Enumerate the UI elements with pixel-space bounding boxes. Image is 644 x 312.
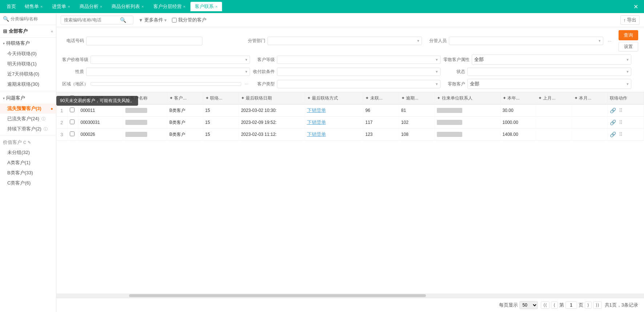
- sidebar-item-lost[interactable]: 已流失客户(24) ⓘ: [0, 114, 56, 124]
- region-more-icon[interactable]: ···: [243, 81, 250, 86]
- row2-select[interactable]: [70, 119, 75, 124]
- sidebar-item-overdue[interactable]: 逾期未联络(30): [0, 79, 56, 89]
- nature-label: 性质: [62, 69, 84, 75]
- main-search-icon[interactable]: 🔍: [120, 17, 126, 23]
- person-select[interactable]: ▾: [449, 37, 603, 45]
- warning-icon: ●: [51, 106, 53, 111]
- sidebar-search-input[interactable]: [11, 16, 56, 21]
- customer-type-select[interactable]: ▾: [277, 80, 441, 88]
- main-search-input[interactable]: [64, 17, 118, 23]
- close-customer-tier-tab-icon[interactable]: ×: [183, 4, 185, 9]
- advanced-filter-panel: 电话号码 分管部门 ▾ 分管人员 ▾ ···: [56, 27, 644, 92]
- page-input[interactable]: [565, 301, 577, 309]
- my-customer-checkbox[interactable]: [172, 18, 177, 23]
- data-table-area: ⚙ ✦ 客户编码 ✦ 客户名称 ✦ 客户... ✦ 联络... ✦ 最后联络日期…: [56, 92, 644, 293]
- nature-select[interactable]: ▾: [86, 68, 250, 76]
- sidebar-item-ungroup[interactable]: 未分组(32): [0, 147, 56, 158]
- payment-chevron-icon: ▾: [436, 69, 438, 74]
- row3-last-month: [536, 129, 572, 141]
- row3-link-icon[interactable]: 🔗: [610, 131, 616, 137]
- row2-actions: 🔗 ⠿: [608, 117, 644, 129]
- price-level-select[interactable]: ▾: [90, 56, 250, 64]
- nav-tab-customer-contact[interactable]: 客户联系 ×: [190, 2, 222, 11]
- filter-bar: 🔍 ▼ 更多条件 ▾ 我分管的客户 ↑ 导出: [56, 13, 644, 27]
- window-close-button[interactable]: ✕: [631, 3, 641, 10]
- sidebar-item-a-customer[interactable]: A类客户(1): [0, 158, 56, 168]
- content-area: 🔍 ▼ 更多条件 ▾ 我分管的客户 ↑ 导出 电话号码: [56, 13, 644, 312]
- row2-last-date: 2023-02-09 19:52:: [239, 117, 305, 129]
- row1-checkbox[interactable]: [67, 105, 78, 117]
- row3-select[interactable]: [70, 131, 75, 136]
- per-page-select[interactable]: 50 100 200: [519, 301, 538, 309]
- nav-tab-sales[interactable]: 销售单 ×: [20, 2, 47, 11]
- person-label: 分管人员: [425, 38, 447, 44]
- customer-table: ⚙ ✦ 客户编码 ✦ 客户名称 ✦ 客户... ✦ 联络... ✦ 最后联络日期…: [56, 92, 644, 141]
- close-sales-tab-icon[interactable]: ×: [40, 4, 43, 9]
- sidebar-item-churn-warning[interactable]: 流失预警客户(3) ●: [0, 104, 56, 114]
- row2-more-action-icon[interactable]: ⠿: [619, 119, 623, 125]
- close-analysis-tab-icon[interactable]: ×: [100, 4, 102, 9]
- first-page-btn[interactable]: ⟨⟨: [541, 301, 550, 309]
- row1-more-icon[interactable]: ···: [606, 39, 613, 44]
- sidebar-group-problem[interactable]: ▾ 问题客户: [0, 93, 56, 104]
- dept-select[interactable]: ▾: [267, 37, 422, 45]
- close-analysis-list-tab-icon[interactable]: ×: [141, 4, 144, 9]
- horizontal-scrollbar[interactable]: [56, 293, 644, 298]
- per-page-label: 每页显示: [499, 302, 518, 308]
- nav-tab-purchase[interactable]: 进货单 ×: [48, 2, 74, 11]
- customer-level-select[interactable]: ▾: [277, 56, 441, 64]
- row3-last-method[interactable]: 下销货单: [305, 129, 363, 141]
- sidebar-item-declining[interactable]: 持续下滑客户(2) ⓘ: [0, 124, 56, 134]
- row1-this-month: [572, 105, 608, 117]
- action-buttons: 查询 设置: [619, 30, 638, 52]
- last-page-btn[interactable]: ⟩⟩: [593, 301, 602, 309]
- row1-link-icon[interactable]: 🔗: [610, 108, 616, 113]
- th-action: 联络动作: [608, 92, 644, 105]
- row1-more-action-icon[interactable]: ⠿: [619, 108, 623, 113]
- payment-select[interactable]: ▾: [277, 68, 441, 76]
- next-page-btn[interactable]: ⟩: [585, 301, 592, 309]
- row1-contact: 15: [203, 105, 239, 117]
- table-row: 2 00030031 B类客户 15 2023-02-09 19:52: 下销货…: [56, 117, 644, 129]
- field-status: 状态 ▾: [443, 68, 631, 76]
- close-purchase-tab-icon[interactable]: ×: [68, 4, 70, 9]
- nav-tab-analysis-list[interactable]: 商品分析列表 ×: [107, 2, 148, 11]
- sidebar-item-7days[interactable]: 近7天待联络(0): [0, 69, 56, 79]
- row2-checkbox[interactable]: [67, 117, 78, 129]
- row1-last-method[interactable]: 下销货单: [305, 105, 363, 117]
- row1-overdue: 81: [399, 105, 435, 117]
- query-button[interactable]: 查询: [619, 30, 638, 40]
- scrollbar-thumb[interactable]: [129, 294, 426, 297]
- prev-page-btn[interactable]: ⟨: [551, 301, 558, 309]
- nav-tab-customer-tier[interactable]: 客户分层经营 ×: [149, 2, 190, 11]
- edit-icon[interactable]: C: [23, 140, 26, 145]
- filter-icon: ▼: [138, 17, 143, 23]
- nav-tab-analysis[interactable]: 商品分析 ×: [75, 2, 106, 11]
- nav-home[interactable]: 首页: [3, 2, 20, 11]
- sidebar-item-b-customer[interactable]: B类客户(33): [0, 168, 56, 178]
- row2-last-method[interactable]: 下销货单: [305, 117, 363, 129]
- row3-checkbox[interactable]: [67, 129, 78, 141]
- close-customer-contact-tab-icon[interactable]: ×: [215, 4, 217, 9]
- sidebar-group-pending[interactable]: ▾ 待联络客户: [0, 38, 56, 49]
- row3-more-action-icon[interactable]: ⠿: [619, 131, 623, 137]
- sidebar: 🔍 ⊞ 全部客户 « ▾ 待联络客户 今天待联络(0) 明天待联络(1) 近7天…: [0, 13, 56, 312]
- row1-select[interactable]: [70, 108, 75, 112]
- sidebar-item-today[interactable]: 今天待联络(0): [0, 49, 56, 59]
- sidebar-all-customer[interactable]: ⊞ 全部客户 «: [0, 25, 56, 38]
- table-header-row: ⚙ ✦ 客户编码 ✦ 客户名称 ✦ 客户... ✦ 联络... ✦ 最后联络日期…: [56, 92, 644, 105]
- filter-row-1: 电话号码 分管部门 ▾ 分管人员 ▾ ···: [62, 30, 638, 52]
- phone-input[interactable]: [86, 37, 202, 45]
- region-select[interactable]: [90, 82, 241, 86]
- export-button[interactable]: ↑ 导出: [620, 15, 640, 25]
- more-conditions-btn[interactable]: ▼ 更多条件 ▾: [136, 16, 169, 24]
- row2-link-icon[interactable]: 🔗: [610, 119, 616, 125]
- edit2-icon[interactable]: ✎: [28, 140, 31, 145]
- zero-property-select[interactable]: 全部 ▾: [472, 54, 631, 65]
- zero-customer-select[interactable]: 全部 ▾: [467, 79, 631, 89]
- sidebar-item-c-customer[interactable]: C类客户(6): [0, 178, 56, 188]
- sidebar-item-tomorrow[interactable]: 明天待联络(1): [0, 59, 56, 69]
- total-label: 共1页，3条记录: [605, 302, 638, 308]
- status-select[interactable]: ▾: [467, 68, 631, 76]
- settings-button[interactable]: 设置: [619, 42, 638, 52]
